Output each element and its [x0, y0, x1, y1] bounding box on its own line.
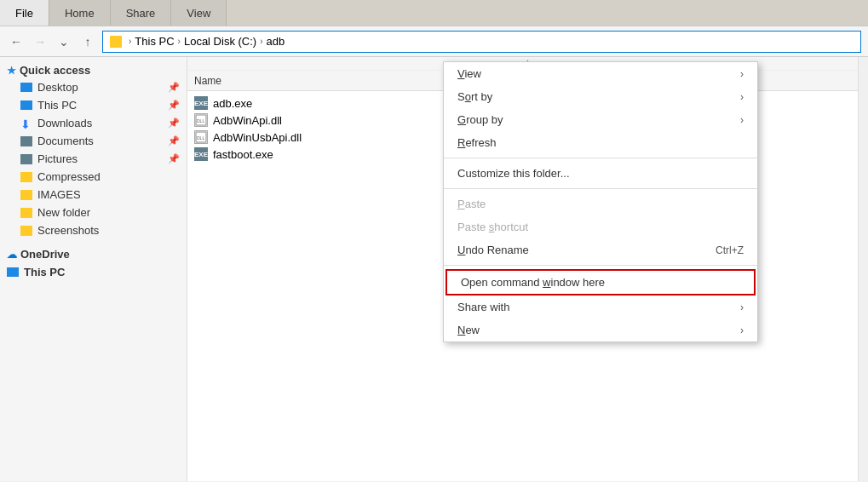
quick-access-icon: ★ — [7, 65, 16, 77]
folder-compressed-icon — [20, 172, 32, 182]
sidebar-item-documents[interactable]: Documents 📌 — [0, 132, 187, 150]
menu-item-paste-shortcut[interactable]: Paste shortcut — [444, 215, 757, 238]
pin-icon-documents: 📌 — [168, 135, 180, 146]
quick-access-label: Quick access — [20, 64, 90, 77]
pictures-icon — [20, 154, 32, 164]
path-localdisk: Local Disk (C:) — [184, 35, 256, 48]
tabs-bar: File Home Share View — [0, 0, 868, 26]
address-path[interactable]: › This PC › Local Disk (C:) › adb — [102, 31, 861, 53]
sidebar-item-compressed[interactable]: Compressed — [0, 168, 187, 186]
forward-button[interactable]: → — [31, 32, 49, 51]
file-name-adbwinapi: AdbWinApi.dll — [213, 114, 282, 127]
exe-icon-adb: EXE — [194, 96, 208, 110]
thispc-icon — [20, 100, 32, 110]
sidebar-label-pictures: Pictures — [37, 152, 78, 165]
ribbon: File Home Share View — [0, 0, 868, 26]
divider-2 — [444, 188, 757, 189]
sidebar-section-quick-access[interactable]: ★ Quick access — [0, 60, 187, 78]
folder-images-icon — [20, 190, 32, 200]
folder-new-icon — [20, 208, 32, 218]
thispc2-icon — [7, 267, 19, 277]
pin-icon-pictures: 📌 — [168, 153, 180, 164]
sidebar-section-onedrive[interactable]: ☁ OneDrive — [0, 244, 187, 262]
arrow-sort: › — [740, 91, 744, 103]
sidebar-item-pictures[interactable]: Pictures 📌 — [0, 150, 187, 168]
tab-share[interactable]: Share — [111, 0, 172, 26]
menu-item-paste[interactable]: Paste — [444, 192, 757, 215]
sidebar-item-images[interactable]: IMAGES — [0, 186, 187, 204]
divider-3 — [444, 265, 757, 266]
arrow-share: › — [740, 301, 744, 313]
tab-home[interactable]: Home — [49, 0, 111, 26]
folder-screenshots-icon — [20, 226, 32, 236]
desktop-icon — [20, 83, 32, 92]
exe-icon-fastboot: EXE — [194, 147, 208, 161]
menu-item-open-cmd[interactable]: Open command window here — [445, 269, 756, 296]
thispc2-label: This PC — [24, 266, 65, 278]
dll-icon-adbwinapi: DLL — [194, 113, 208, 127]
up-button[interactable]: ↑ — [78, 32, 97, 51]
scrollbar[interactable] — [858, 57, 868, 481]
menu-item-undo-rename[interactable]: Undo Rename Ctrl+Z — [444, 238, 757, 261]
dll-icon-adbwinusbapi: DLL — [194, 130, 208, 144]
tab-view[interactable]: View — [171, 0, 227, 26]
sidebar-label-screenshots: Screenshots — [37, 224, 99, 237]
address-bar: ← → ⌄ ↑ › This PC › Local Disk (C:) › ad… — [0, 26, 868, 57]
pin-icon-downloads: 📌 — [168, 118, 180, 129]
sidebar-item-downloads[interactable]: ⬇ Downloads 📌 — [0, 114, 187, 132]
pin-icon-thispc: 📌 — [168, 100, 180, 111]
onedrive-label: OneDrive — [20, 248, 70, 261]
file-name-adbwinusbapi: AdbWinUsbApi.dll — [213, 131, 302, 144]
downloads-icon: ⬇ — [20, 118, 32, 129]
menu-item-group-by[interactable]: Group by › — [444, 108, 757, 131]
menu-item-refresh[interactable]: Refresh — [444, 131, 757, 154]
sidebar-label-downloads: Downloads — [37, 117, 92, 129]
sidebar-item-thispc[interactable]: This PC 📌 — [0, 96, 187, 114]
sidebar-item-screenshots[interactable]: Screenshots — [0, 221, 187, 239]
path-thispc: This PC — [135, 35, 174, 48]
menu-item-sort-by[interactable]: Sort by › — [444, 85, 757, 108]
sidebar-label-images: IMAGES — [37, 188, 81, 201]
file-name-adb: adb.exe — [213, 97, 252, 110]
sidebar-item-desktop[interactable]: Desktop 📌 — [0, 78, 187, 96]
tab-file[interactable]: File — [0, 0, 49, 26]
main-layout: ★ Quick access Desktop 📌 This PC 📌 ⬇ Dow… — [0, 57, 868, 481]
onedrive-icon: ☁ — [7, 249, 17, 261]
arrow-view: › — [740, 68, 744, 80]
menu-item-view[interactable]: View › — [444, 62, 757, 85]
sidebar-label-compressed: Compressed — [37, 170, 101, 183]
documents-icon — [20, 136, 32, 146]
folder-icon — [110, 36, 122, 48]
sidebar-label-desktop: Desktop — [37, 81, 78, 94]
divider-1 — [444, 158, 757, 158]
content-area: ▲ Name Date modified Type EXE adb.exe DL… — [187, 57, 868, 481]
svg-text:DLL: DLL — [197, 118, 204, 123]
pin-icon-desktop: 📌 — [168, 82, 180, 93]
menu-item-new[interactable]: New › — [444, 318, 757, 341]
sidebar-label-new-folder: New folder — [37, 206, 90, 219]
menu-item-share-with[interactable]: Share with › — [444, 296, 757, 318]
file-name-fastboot: fastboot.exe — [213, 148, 273, 161]
sidebar-label-thispc: This PC — [37, 99, 77, 112]
path-adb: adb — [267, 35, 285, 48]
undo-shortcut: Ctrl+Z — [716, 244, 744, 256]
sidebar-section-thispc2[interactable]: This PC — [0, 262, 187, 280]
recent-button[interactable]: ⌄ — [55, 32, 73, 51]
sidebar-label-documents: Documents — [37, 135, 94, 147]
menu-item-customize[interactable]: Customize this folder... — [444, 162, 757, 185]
arrow-group: › — [740, 114, 744, 126]
arrow-new: › — [740, 324, 744, 336]
svg-text:DLL: DLL — [197, 135, 204, 141]
back-button[interactable]: ← — [7, 32, 26, 51]
sidebar-item-new-folder[interactable]: New folder — [0, 204, 187, 221]
context-menu: View › Sort by › Group by › Refresh Cust… — [443, 61, 758, 342]
sidebar: ★ Quick access Desktop 📌 This PC 📌 ⬇ Dow… — [0, 57, 187, 481]
